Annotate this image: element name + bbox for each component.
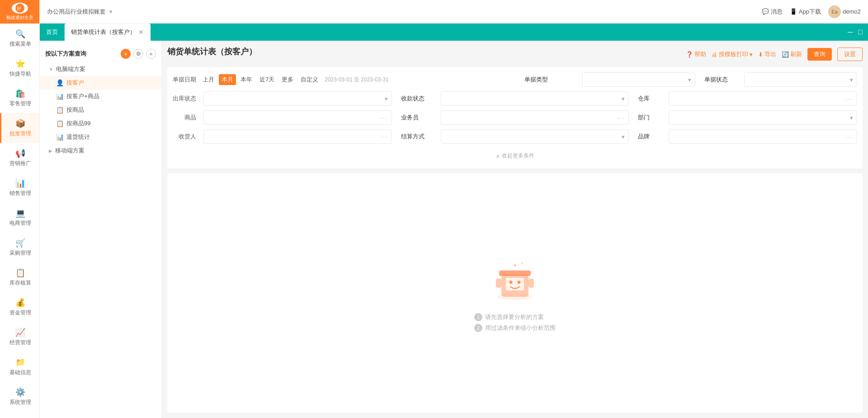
tree-item-customer-goods[interactable]: 📊 按客户+商品 bbox=[40, 90, 161, 103]
sidebar-item-wholesale[interactable]: 📦 批发管理 bbox=[0, 113, 39, 143]
sidebar-item-retail[interactable]: 🛍️ 零售管理 bbox=[0, 83, 39, 113]
tree-item-by-customer[interactable]: 👤 按客户 bbox=[40, 76, 161, 90]
collapse-bar[interactable]: ∧ 收起更多条件 bbox=[173, 148, 857, 163]
refresh-button[interactable]: 🔄 刷新 bbox=[782, 50, 802, 58]
tree-item-goods-99[interactable]: 📋 按商品99 bbox=[40, 117, 161, 130]
goods-dots-icon: ··· bbox=[380, 114, 388, 121]
inventory-icon: 📋 bbox=[15, 268, 25, 278]
sidebar-item-cooperation[interactable]: 🤝 企业协同 bbox=[0, 412, 39, 418]
dept-arrow-icon: ▾ bbox=[850, 114, 853, 121]
sidebar-item-marketing[interactable]: 📢 营销推广 bbox=[0, 143, 39, 173]
tab-close-icon[interactable]: ✕ bbox=[138, 28, 144, 36]
sidebar-item-basic-info[interactable]: 📁 基础信息 bbox=[0, 352, 39, 382]
minimize-button[interactable]: ─ bbox=[846, 26, 854, 38]
goods-field[interactable]: ··· bbox=[203, 110, 392, 125]
system-icon: ⚙️ bbox=[15, 387, 25, 397]
filter-row-receiver: 收货人 ··· 结算方式 ▾ 品牌 ··· bbox=[173, 129, 857, 144]
doc-status-field[interactable]: ▾ bbox=[744, 72, 857, 87]
tree-item-return-stats[interactable]: 📊 退货统计 bbox=[40, 130, 161, 144]
date-btn-last-7[interactable]: 近7天 bbox=[257, 74, 277, 85]
doc-status-label: 单据状态 bbox=[704, 76, 728, 84]
sidebar-item-operations[interactable]: 📈 经营管理 bbox=[0, 322, 39, 352]
settlement-arrow-icon: ▾ bbox=[622, 133, 625, 140]
date-range-display: 2023-03-01 至 2023-03-31 bbox=[325, 76, 388, 84]
mobile-section-arrow-icon: ▶ bbox=[49, 148, 52, 153]
template-print-label: 按模板打印 bbox=[719, 50, 748, 58]
sidebar-item-ecommerce[interactable]: 💻 电商管理 bbox=[0, 203, 39, 233]
sidebar-item-sales-label: 销售管理 bbox=[9, 190, 31, 197]
doc-type-field[interactable]: ▾ bbox=[582, 72, 695, 87]
salesperson-field[interactable]: ··· bbox=[441, 110, 629, 125]
breadcrumb: 办公用品行业模拟账套 bbox=[47, 8, 106, 16]
purchase-icon: 🛒 bbox=[15, 238, 25, 248]
sidebar-item-sales[interactable]: 📊 销售管理 bbox=[0, 173, 39, 203]
help-button[interactable]: ❓ 帮助 bbox=[686, 50, 706, 58]
maximize-button[interactable]: □ bbox=[856, 26, 864, 38]
logo-icon: 好 bbox=[12, 3, 28, 14]
tab-sales-report-label: 销货单统计表（按客户） bbox=[71, 28, 136, 36]
tab-home-label: 首页 bbox=[46, 28, 58, 36]
query-button[interactable]: 查询 bbox=[807, 48, 832, 61]
tab-sales-report[interactable]: 销货单统计表（按客户） ✕ bbox=[65, 24, 151, 41]
tip-text-2: 用过滤条件来缩小分析范围 bbox=[485, 324, 556, 332]
sidebar-item-finance-label: 资金管理 bbox=[9, 309, 31, 317]
settlement-field[interactable]: ▾ bbox=[441, 129, 629, 144]
sidebar-item-finance[interactable]: 💰 资金管理 bbox=[0, 292, 39, 322]
tree-item-by-goods[interactable]: 📋 按商品 bbox=[40, 103, 161, 117]
tree-pc-section[interactable]: ▼ 电脑端方案 bbox=[40, 62, 161, 76]
payment-status-field[interactable]: ▾ bbox=[441, 91, 629, 106]
settings-button[interactable]: 设置 bbox=[837, 48, 863, 61]
receiver-dots-icon: ··· bbox=[380, 133, 388, 140]
filter-row-status: 出库状态 ▾ 收款状态 ▾ 仓库 ··· bbox=[173, 91, 857, 106]
date-btn-custom[interactable]: 自定义 bbox=[298, 74, 321, 85]
app-download-button[interactable]: 📱 App下载 bbox=[790, 8, 821, 16]
breadcrumb-arrow-icon[interactable]: ▾ bbox=[109, 8, 113, 15]
tree-mobile-section[interactable]: ▶ 移动端方案 bbox=[40, 144, 161, 157]
warehouse-field[interactable]: ··· bbox=[669, 91, 857, 106]
out-status-field[interactable]: ▾ bbox=[203, 91, 392, 106]
collapse-panel-button[interactable]: « bbox=[146, 49, 156, 59]
date-btn-this-month[interactable]: 本月 bbox=[219, 74, 236, 85]
sidebar-item-basic-info-label: 基础信息 bbox=[9, 369, 31, 376]
svg-point-8 bbox=[510, 281, 512, 283]
left-panel-header: 按以下方案查询 + ⚙ « bbox=[40, 45, 161, 62]
svg-rect-4 bbox=[499, 271, 531, 276]
sidebar: 好 畅捷通好生意 🔍 搜索菜单 ⭐ 快捷导航 🛍️ 零售管理 📦 批发管理 📢 … bbox=[0, 0, 40, 418]
sidebar-item-search-label: 搜索菜单 bbox=[9, 40, 31, 48]
tab-home[interactable]: 首页 bbox=[40, 24, 65, 41]
add-plan-button[interactable]: + bbox=[121, 49, 131, 59]
export-button[interactable]: ⬇ 导出 bbox=[758, 50, 776, 58]
user-info[interactable]: Ea demo2 bbox=[828, 5, 861, 18]
sidebar-item-quick-nav-label: 快捷导航 bbox=[9, 70, 31, 78]
help-label: 帮助 bbox=[694, 50, 706, 58]
svg-text:★: ★ bbox=[520, 261, 524, 265]
sidebar-item-retail-label: 零售管理 bbox=[9, 100, 31, 108]
date-btn-this-year[interactable]: 本年 bbox=[238, 74, 255, 85]
sidebar-item-quick-nav[interactable]: ⭐ 快捷导航 bbox=[0, 53, 39, 83]
filter-area: 单据日期 上月 本月 本年 近7天 更多 自定义 2023-03-01 至 20… bbox=[167, 67, 863, 169]
sidebar-item-purchase[interactable]: 🛒 采购管理 bbox=[0, 233, 39, 262]
sidebar-nav: 🔍 搜索菜单 ⭐ 快捷导航 🛍️ 零售管理 📦 批发管理 📢 营销推广 📊 销售… bbox=[0, 24, 39, 418]
plan-settings-button[interactable]: ⚙ bbox=[133, 49, 143, 59]
template-print-button[interactable]: 🖨 按模板打印 ▾ bbox=[712, 50, 753, 58]
salesperson-dots-icon: ··· bbox=[618, 114, 625, 121]
left-panel: 按以下方案查询 + ⚙ « ▼ 电脑端方案 👤 按客户 📊 按客户+商品 📋 按… bbox=[40, 41, 162, 418]
tree-item-customer-goods-label: 按客户+商品 bbox=[66, 92, 99, 100]
brand-field[interactable]: ··· bbox=[669, 129, 857, 144]
dept-field[interactable]: ▾ bbox=[669, 110, 857, 125]
dept-label: 部门 bbox=[638, 114, 650, 122]
customer-icon: 👤 bbox=[56, 79, 64, 86]
sidebar-item-inventory[interactable]: 📋 库存核算 bbox=[0, 262, 39, 292]
sidebar-item-search[interactable]: 🔍 搜索菜单 bbox=[0, 24, 39, 53]
receiver-field[interactable]: ··· bbox=[203, 129, 392, 144]
empty-tips: 1 请先选择要分析的方案 2 用过滤条件来缩小分析范围 bbox=[474, 313, 556, 335]
basic-info-icon: 📁 bbox=[15, 357, 25, 367]
doc-status-arrow-icon: ▾ bbox=[850, 76, 853, 83]
sidebar-item-marketing-label: 营销推广 bbox=[9, 160, 31, 167]
sidebar-item-system[interactable]: ⚙️ 系统管理 bbox=[0, 382, 39, 412]
message-button[interactable]: 💬 消息 bbox=[762, 8, 783, 16]
date-btn-last-month[interactable]: 上月 bbox=[200, 74, 217, 85]
date-label: 单据日期 bbox=[173, 76, 200, 84]
date-btn-more[interactable]: 更多 bbox=[279, 74, 296, 85]
avatar: Ea bbox=[828, 5, 841, 18]
